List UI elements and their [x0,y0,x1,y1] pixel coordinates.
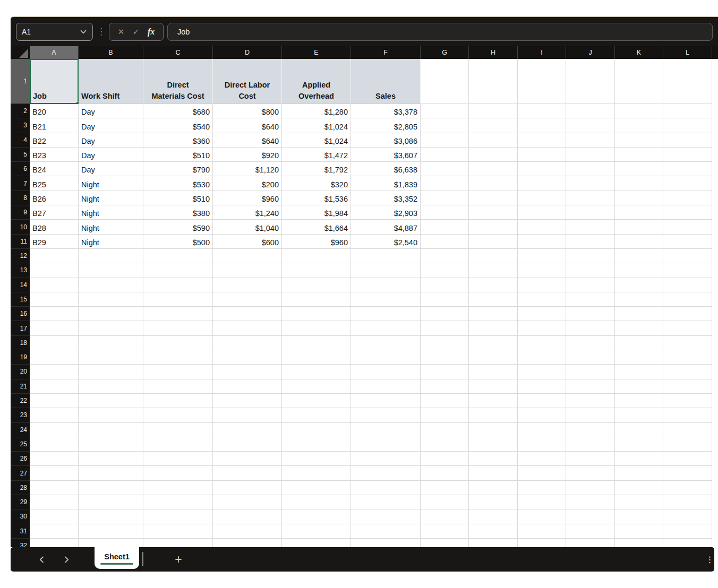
cell-J23[interactable] [566,408,615,422]
cell-I3[interactable] [518,118,566,133]
cell-A18[interactable] [30,336,79,350]
row-header-25[interactable]: 25 [11,437,30,452]
cell-C2[interactable]: $680 [143,104,213,118]
cell-C26[interactable] [143,452,213,466]
cell-F16[interactable] [351,307,421,321]
cell-H29[interactable] [469,495,518,509]
cell-G6[interactable] [421,162,469,176]
cell-G14[interactable] [421,278,469,292]
cell-H3[interactable] [469,118,518,133]
cell-E29[interactable] [282,495,351,509]
cell-J14[interactable] [566,278,615,292]
cell-L7[interactable] [663,176,712,191]
cell-C11[interactable]: $500 [143,235,213,249]
cell-E6[interactable]: $1,792 [282,162,351,176]
cell-F30[interactable] [351,509,421,524]
enter-icon[interactable]: ✓ [133,27,140,37]
chevron-down-icon[interactable] [80,27,87,37]
cell-A13[interactable] [30,263,79,278]
sheet-tab-sheet1[interactable]: Sheet1 [95,547,139,569]
cell-C1[interactable]: Direct Materials Cost [143,59,213,104]
cell-A12[interactable] [30,249,79,263]
cell-F20[interactable] [351,365,421,379]
cell-J7[interactable] [566,176,615,191]
cell-J25[interactable] [566,437,615,452]
cell-E14[interactable] [282,278,351,292]
cell-L10[interactable] [663,220,712,234]
cell-L21[interactable] [663,379,712,394]
cell-L5[interactable] [663,148,712,162]
cell-E2[interactable]: $1,280 [282,104,351,118]
cell-K21[interactable] [615,379,663,394]
cell-H16[interactable] [469,307,518,321]
cell-B2[interactable]: Day [79,104,143,118]
cell-D4[interactable]: $640 [213,133,282,148]
cell-A14[interactable] [30,278,79,292]
cell-L25[interactable] [663,437,712,452]
cell-L26[interactable] [663,452,712,466]
cell-G15[interactable] [421,292,469,307]
cell-L2[interactable] [663,104,712,118]
cell-H11[interactable] [469,235,518,249]
cell-J17[interactable] [566,321,615,335]
cell-J4[interactable] [566,133,615,148]
cell-L6[interactable] [663,162,712,176]
cell-E22[interactable] [282,394,351,408]
cell-E28[interactable] [282,481,351,495]
cell-E19[interactable] [282,350,351,365]
cell-J10[interactable] [566,220,615,234]
cell-B7[interactable]: Night [79,176,143,191]
cell-H12[interactable] [469,249,518,263]
cell-C5[interactable]: $510 [143,148,213,162]
next-sheet-button[interactable] [58,547,74,572]
column-header-K[interactable]: K [615,46,663,59]
cell-G25[interactable] [421,437,469,452]
row-header-30[interactable]: 30 [11,509,30,524]
cell-K8[interactable] [615,191,663,205]
cell-A32[interactable] [30,539,79,547]
cell-G22[interactable] [421,394,469,408]
cell-K7[interactable] [615,176,663,191]
cell-J3[interactable] [566,118,615,133]
cell-K28[interactable] [615,481,663,495]
cell-F11[interactable]: $2,540 [351,235,421,249]
row-header-12[interactable]: 12 [11,249,30,263]
cell-L13[interactable] [663,263,712,278]
insert-function-icon[interactable]: fx [148,27,155,37]
cancel-icon[interactable]: ✕ [118,27,125,37]
cell-C7[interactable]: $530 [143,176,213,191]
cell-E32[interactable] [282,539,351,547]
cell-L20[interactable] [663,365,712,379]
row-header-23[interactable]: 23 [11,408,30,422]
cell-A23[interactable] [30,408,79,422]
cell-F17[interactable] [351,321,421,335]
cell-L23[interactable] [663,408,712,422]
cell-K16[interactable] [615,307,663,321]
cell-D23[interactable] [213,408,282,422]
cell-A31[interactable] [30,524,79,539]
cell-G21[interactable] [421,379,469,394]
cell-K9[interactable] [615,205,663,220]
cell-G19[interactable] [421,350,469,365]
cell-C25[interactable] [143,437,213,452]
cell-K1[interactable] [615,59,663,104]
cell-K25[interactable] [615,437,663,452]
cell-A28[interactable] [30,481,79,495]
cell-I12[interactable] [518,249,566,263]
cell-C28[interactable] [143,481,213,495]
cell-F19[interactable] [351,350,421,365]
cell-D1[interactable]: Direct Labor Cost [213,59,282,104]
row-header-21[interactable]: 21 [11,379,30,394]
cell-G27[interactable] [421,466,469,480]
cell-C16[interactable] [143,307,213,321]
column-header-E[interactable]: E [282,46,351,59]
cell-F32[interactable] [351,539,421,547]
cell-D20[interactable] [213,365,282,379]
cell-F18[interactable] [351,336,421,350]
cell-J2[interactable] [566,104,615,118]
cell-F27[interactable] [351,466,421,480]
row-header-1[interactable]: 1 [11,59,30,104]
select-all-corner[interactable] [11,46,30,59]
cell-H17[interactable] [469,321,518,335]
cell-H19[interactable] [469,350,518,365]
